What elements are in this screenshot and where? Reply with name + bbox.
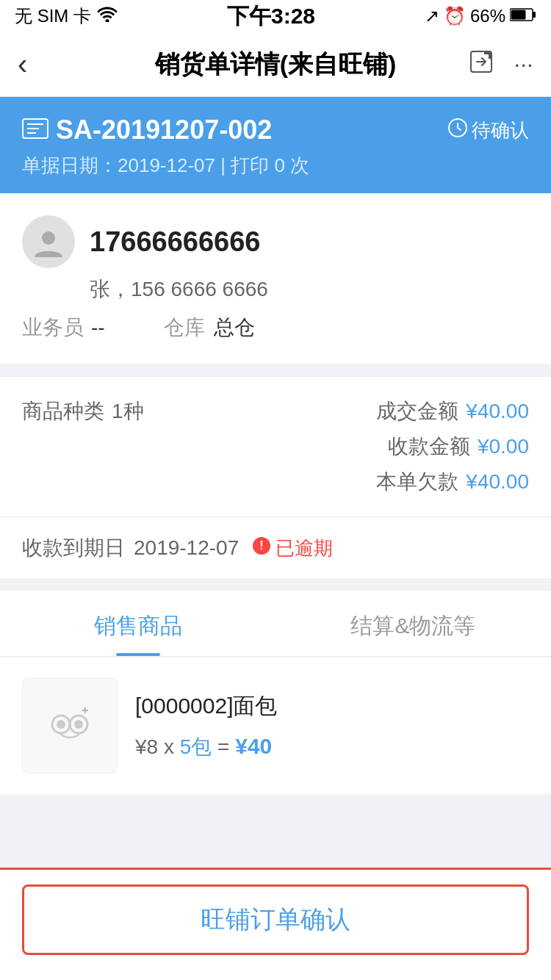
no-sim-label: 无 SIM 卡 [15, 4, 91, 28]
page-title: 销货单详情(来自旺铺) [155, 48, 397, 82]
order-status: 待确认 [448, 118, 529, 143]
svg-rect-1 [533, 12, 536, 18]
order-header: SA-20191207-002 待确认 单据日期：2019-12-07 | 打印… [0, 97, 551, 193]
summary-card: 商品种类 1种 成交金额 ¥40.00 收款金额 ¥0.00 本单欠款 ¥40.… [0, 376, 551, 517]
share-icon[interactable] [469, 50, 493, 79]
confirm-btn-container: 旺铺订单确认 [0, 868, 551, 980]
order-header-top: SA-20191207-002 待确认 [22, 115, 529, 145]
tab-sales-products[interactable]: 销售商品 [0, 591, 276, 656]
order-icon [22, 115, 48, 145]
confirm-order-button[interactable]: 旺铺订单确认 [22, 884, 529, 955]
tab-settlement-logistics[interactable]: 结算&物流等 [276, 591, 551, 656]
summary-row: 商品种类 1种 成交金额 ¥40.00 收款金额 ¥0.00 本单欠款 ¥40.… [22, 397, 529, 496]
debt-amount-row: 本单欠款 ¥40.00 [376, 468, 529, 496]
status-bar-time: 下午3:28 [227, 1, 315, 32]
wifi-icon [97, 6, 118, 26]
product-types: 商品种类 1种 [22, 397, 144, 425]
avatar [22, 215, 75, 268]
product-image: + [22, 678, 118, 774]
customer-top: 17666666666 [22, 215, 529, 268]
product-types-label: 商品种类 [22, 397, 104, 425]
product-total: ¥40 [235, 734, 272, 758]
product-quantity: 5包 [180, 735, 212, 758]
due-date-row: 收款到期日 2019-12-07 ! 已逾期 [0, 517, 551, 579]
order-id: SA-20191207-002 [22, 115, 272, 145]
svg-rect-2 [511, 10, 525, 20]
overdue-icon: ! [252, 536, 271, 561]
debt-amount-label: 本单欠款 [376, 468, 458, 496]
collected-amount-value: ¥0.00 [478, 435, 529, 458]
nav-actions: ··· [469, 50, 533, 79]
customer-card: 17666666666 张，156 6666 6666 业务员 -- 仓库 总仓 [0, 193, 551, 364]
battery-label: 66% [470, 6, 505, 26]
order-meta: 单据日期：2019-12-07 | 打印 0 次 [22, 153, 529, 179]
customer-phone: 17666666666 [90, 226, 260, 258]
collected-amount-row: 收款金额 ¥0.00 [388, 433, 529, 461]
status-bar: 无 SIM 卡 下午3:28 ↗ ⏰ 66% [0, 0, 551, 32]
svg-point-15 [74, 720, 83, 729]
nav-bar: ‹ 销货单详情(来自旺铺) ··· [0, 32, 551, 97]
deal-amount-value: ¥40.00 [466, 400, 529, 423]
clock-icon [448, 118, 467, 143]
customer-info-row: 业务员 -- 仓库 总仓 [22, 314, 529, 342]
alarm-icon: ⏰ [444, 6, 466, 26]
product-price: ¥8 [135, 735, 158, 758]
product-item: + [0000002]面包 ¥8 x 5包 = ¥40 [0, 657, 551, 795]
product-types-value: 1种 [112, 397, 144, 425]
deal-amount-label: 成交金额 [376, 397, 458, 425]
battery-icon [510, 6, 536, 26]
due-date-value: 2019-12-07 [134, 536, 239, 560]
product-info: [0000002]面包 ¥8 x 5包 = ¥40 [135, 691, 529, 761]
products-section: + [0000002]面包 ¥8 x 5包 = ¥40 [0, 657, 551, 795]
customer-name: 张，156 6666 6666 [90, 275, 529, 303]
more-icon[interactable]: ··· [514, 51, 533, 78]
collected-amount-label: 收款金额 [388, 433, 470, 461]
overdue-label: 已逾期 [276, 536, 333, 561]
back-button[interactable]: ‹ [18, 48, 42, 81]
status-bar-left: 无 SIM 卡 [15, 4, 118, 28]
deal-amount-row: 成交金额 ¥40.00 [376, 397, 529, 425]
salesperson-label: 业务员 [22, 314, 84, 342]
due-date-label: 收款到期日 [22, 534, 125, 562]
warehouse-value: 总仓 [214, 316, 255, 339]
svg-text:+: + [82, 704, 88, 716]
overdue-badge: ! 已逾期 [252, 536, 333, 561]
debt-amount-value: ¥40.00 [466, 470, 529, 494]
svg-point-9 [42, 231, 55, 245]
salesperson-value: -- [91, 316, 105, 339]
product-price-row: ¥8 x 5包 = ¥40 [135, 733, 529, 761]
warehouse-label: 仓库 [164, 314, 205, 342]
product-name: [0000002]面包 [135, 691, 529, 721]
svg-point-14 [57, 720, 65, 729]
status-bar-right: ↗ ⏰ 66% [425, 6, 536, 26]
tabs-container: 销售商品 结算&物流等 [0, 591, 551, 657]
summary-right: 成交金额 ¥40.00 收款金额 ¥0.00 本单欠款 ¥40.00 [376, 397, 529, 496]
svg-text:!: ! [260, 539, 264, 552]
location-icon: ↗ [425, 6, 439, 26]
